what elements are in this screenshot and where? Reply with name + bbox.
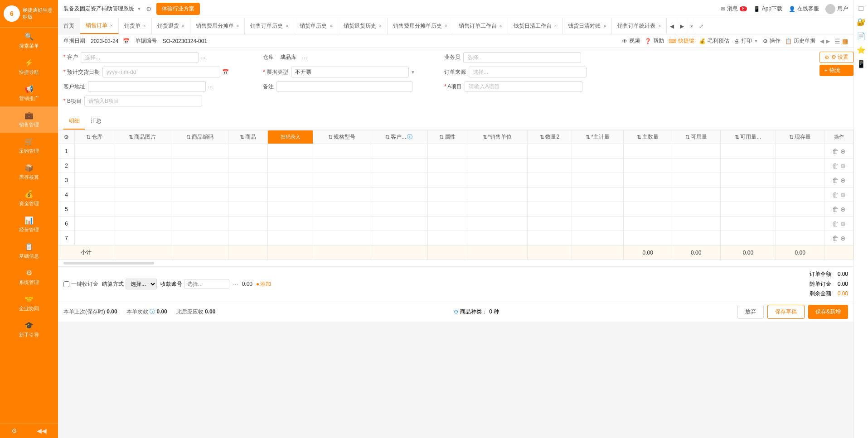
cell-main-qty[interactable] [624, 144, 672, 159]
cell-main-unit[interactable] [572, 144, 624, 159]
toolbar-nav-prev[interactable]: ◀ [820, 38, 824, 44]
cell-attr[interactable] [427, 159, 467, 173]
delete-row-icon[interactable]: 🗑 [832, 206, 839, 213]
cell-spec[interactable] [313, 159, 370, 173]
right-panel-icon-2[interactable]: 🔐 [855, 16, 868, 28]
cell-main-unit[interactable] [572, 173, 624, 188]
sidebar-item-search[interactable]: 🔍 搜索菜单 [0, 28, 58, 54]
tab-expense[interactable]: 销售费用分摊单 × [190, 18, 245, 34]
copy-row-icon[interactable]: ⊕ [840, 191, 846, 198]
cell-image[interactable] [114, 202, 171, 217]
quick-order-check[interactable] [63, 281, 69, 287]
cell-warehouse[interactable] [75, 231, 114, 245]
customer-input[interactable] [81, 52, 199, 63]
cell-customer-code[interactable] [370, 188, 427, 202]
calendar-icon[interactable]: 📅 [123, 38, 130, 44]
th-scan[interactable]: 扫码录入 [268, 130, 313, 144]
cell-warehouse[interactable] [75, 217, 114, 231]
sidebar-item-enterprise[interactable]: 🤝 企业协同 [0, 290, 58, 317]
tab-return[interactable]: 销货退货 × [152, 18, 190, 34]
sidebar-item-finance[interactable]: 💰 资金管理 [0, 185, 58, 212]
cell-name[interactable] [228, 202, 268, 217]
system-settings-icon[interactable]: ⚙ [146, 5, 152, 13]
sidebar-item-system[interactable]: ⚙ 系统管理 [0, 264, 58, 290]
cell-unit[interactable] [467, 173, 528, 188]
tab-close-icon[interactable]: × [379, 24, 382, 29]
cell-available[interactable] [672, 144, 720, 159]
cell-current[interactable] [776, 188, 824, 202]
copy-row-icon[interactable]: ⊕ [840, 220, 846, 227]
cell-available2[interactable] [720, 173, 776, 188]
th-settings[interactable]: ⚙ [58, 130, 75, 144]
cell-image[interactable] [114, 217, 171, 231]
toolbar-shortcut[interactable]: ⌨ 快捷键 [669, 37, 694, 45]
cell-main-unit[interactable] [572, 159, 624, 173]
sort-available2-icon[interactable]: ⇅ [735, 134, 739, 140]
cell-qty2[interactable] [528, 144, 572, 159]
tab-close-icon[interactable]: × [286, 24, 288, 29]
delete-row-icon[interactable]: 🗑 [832, 177, 839, 184]
cell-image[interactable] [114, 231, 171, 245]
customer-expand-icon[interactable]: ··· [200, 54, 206, 61]
tab-summary[interactable]: 汇总 [85, 114, 107, 130]
cell-main-qty[interactable] [624, 231, 672, 245]
sidebar-item-guide[interactable]: 🎓 新手引导 [0, 317, 58, 343]
warehouse-expand-icon[interactable]: ··· [302, 54, 307, 61]
cell-qty2[interactable] [528, 188, 572, 202]
cell-current[interactable] [776, 202, 824, 217]
cell-available2[interactable] [720, 231, 776, 245]
toolbar-view-list[interactable]: ☰ [834, 38, 840, 45]
cell-attr[interactable] [427, 202, 467, 217]
cell-current[interactable] [776, 159, 824, 173]
cell-code[interactable] [171, 188, 228, 202]
sidebar-item-operations[interactable]: 📊 经营管理 [0, 212, 58, 238]
cell-code[interactable] [171, 144, 228, 159]
solution-button[interactable]: 体验行业方案 [156, 3, 200, 15]
tab-close-icon[interactable]: × [143, 24, 146, 29]
tab-close-icon[interactable]: × [499, 24, 502, 29]
cell-spec[interactable] [313, 217, 370, 231]
cell-warehouse[interactable] [75, 144, 114, 159]
add-goods-float-btn[interactable]: + 物流 [820, 65, 853, 76]
delivery-calendar-icon[interactable]: 📅 [222, 69, 229, 75]
cell-available[interactable] [672, 159, 720, 173]
cell-main-qty[interactable] [624, 173, 672, 188]
order-source-input[interactable] [469, 67, 587, 77]
cell-warehouse[interactable] [75, 188, 114, 202]
cell-customer-code[interactable] [370, 217, 427, 231]
cell-available[interactable] [672, 231, 720, 245]
tab-detail[interactable]: 明细 [63, 114, 85, 130]
right-panel-icon-1[interactable]: ◻ [856, 2, 866, 14]
cell-attr[interactable] [427, 217, 467, 231]
sort-warehouse-icon[interactable]: ⇅ [86, 134, 91, 140]
cell-name[interactable] [228, 159, 268, 173]
toolbar-ops[interactable]: ⚙ 操作 [763, 37, 781, 45]
delete-row-icon[interactable]: 🗑 [832, 191, 839, 198]
system-dropdown-arrow[interactable]: ▼ [137, 6, 141, 11]
sort-main-unit-icon[interactable]: ⇅ [586, 134, 590, 140]
tab-close-icon[interactable]: × [182, 24, 184, 29]
delivery-input[interactable] [102, 67, 220, 77]
sidebar-item-purchase[interactable]: 🛒 采购管理 [0, 133, 58, 159]
cell-qty2[interactable] [528, 231, 572, 245]
account-expand-icon[interactable]: ··· [233, 280, 238, 288]
add-payment-btn[interactable]: ● 添加 [256, 280, 271, 288]
toolbar-help[interactable]: ❓ 帮助 [645, 37, 664, 45]
toolbar-history[interactable]: 📋 历史单据 [785, 37, 815, 45]
cell-unit[interactable] [467, 159, 528, 173]
cell-scan[interactable] [268, 159, 313, 173]
cell-main-qty[interactable] [624, 202, 672, 217]
cell-available2[interactable] [720, 217, 776, 231]
settings-bottom-icon[interactable]: ⚙ [11, 427, 17, 434]
cell-customer-code[interactable] [370, 173, 427, 188]
staff-input[interactable] [463, 52, 581, 63]
cell-unit[interactable] [467, 202, 528, 217]
invoice-dropdown-icon[interactable]: ▼ [411, 70, 415, 75]
sort-unit-icon[interactable]: ⇅ [483, 134, 487, 140]
cell-main-unit[interactable] [572, 188, 624, 202]
quick-order-checkbox[interactable]: 一键收订金 [63, 280, 98, 288]
tab-home[interactable]: 首页 [58, 18, 80, 34]
messages-item[interactable]: ✉ 消息 8 [721, 5, 747, 13]
tab-close-icon[interactable]: × [658, 24, 661, 29]
tab-daily-reconcile[interactable]: 钱货日清对账 × [563, 18, 612, 34]
